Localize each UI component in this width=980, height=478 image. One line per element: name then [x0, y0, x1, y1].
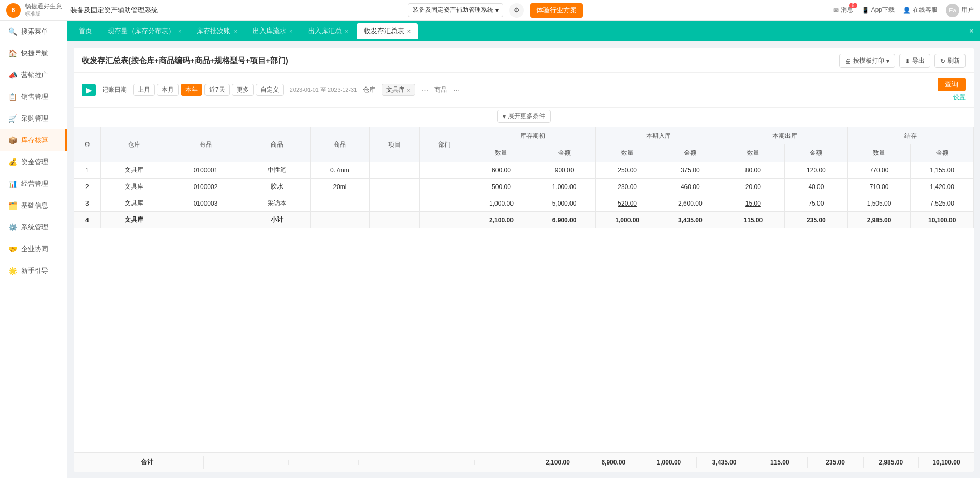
app-download-button[interactable]: 📱 App下载	[861, 6, 895, 15]
sidebar-item-basic[interactable]: 🗂️ 基础信息	[0, 195, 67, 216]
guide-icon: 🌟	[8, 267, 17, 275]
sidebar-item-operations[interactable]: 📊 经营管理	[0, 173, 67, 195]
tab-stock-dist[interactable]: 现存量（库存分布表） ×	[100, 23, 188, 39]
warehouse-tag-close[interactable]: ×	[407, 87, 410, 93]
row-warehouse: 文具库	[100, 179, 168, 195]
row-out-qty[interactable]: 15.00	[722, 195, 785, 212]
tab-close-icon[interactable]: ×	[345, 28, 348, 34]
row-spec: 20ml	[311, 179, 369, 195]
row-name: 采访本	[243, 195, 311, 212]
date-btn-custom[interactable]: 自定义	[256, 84, 284, 96]
sidebar-item-search[interactable]: 🔍 搜索菜单	[0, 21, 67, 42]
row-out-qty[interactable]: 20.00	[722, 179, 785, 195]
inventory-icon: 📦	[8, 136, 17, 144]
date-btn-7days[interactable]: 近7天	[204, 84, 230, 96]
service-icon: 👤	[903, 7, 911, 14]
data-table: ⚙ 仓库 商品 商品 商品 项目 部门 库存期初 本期入库 本期出库 结存	[74, 127, 974, 228]
sidebar-item-label: 库存核算	[21, 136, 48, 145]
date-range-display: 2023-01-01 至 2023-12-31	[290, 86, 357, 94]
warehouse-more-button[interactable]: ···	[421, 85, 428, 95]
tab-batch[interactable]: 库存批次账 ×	[189, 23, 244, 39]
row-init-amt: 5,000.00	[533, 195, 596, 212]
print-button[interactable]: 🖨 按模板打印 ▾	[839, 54, 895, 68]
refresh-icon: ↻	[940, 57, 945, 65]
sidebar-item-finance[interactable]: 💰 资金管理	[0, 151, 67, 173]
row-init-amt: 900.00	[533, 162, 596, 179]
subtotal-end-amt: 10,100.00	[911, 212, 974, 228]
col-end-qty-header: 数量	[847, 144, 911, 162]
tab-flow[interactable]: 出入库流水 ×	[245, 23, 300, 39]
date-btn-this-year[interactable]: 本年	[181, 84, 202, 96]
sidebar-item-collab[interactable]: 🤝 企业协同	[0, 238, 67, 260]
settings-link[interactable]: 设置	[953, 93, 966, 102]
row-out-qty[interactable]: 80.00	[722, 162, 785, 179]
tab-home[interactable]: 首页	[71, 23, 99, 39]
sidebar-item-guide[interactable]: 🌟 新手引导	[0, 260, 67, 282]
sidebar-item-sales[interactable]: 📋 销售管理	[0, 86, 67, 108]
footer-init-qty: 2,100.00	[530, 457, 586, 468]
sidebar-item-marketing[interactable]: 📣 营销推广	[0, 64, 67, 86]
row-end-qty: 710.00	[847, 179, 911, 195]
close-all-tabs-button[interactable]: ×	[967, 24, 976, 38]
query-button[interactable]: 查询	[938, 78, 966, 91]
footer-init-amt: 6,900.00	[586, 457, 641, 468]
system-name: 装备及固定资产辅助管理系统	[70, 6, 158, 15]
try-industry-button[interactable]: 体验行业方案	[530, 3, 583, 18]
system-selector[interactable]: 装备及固定资产辅助管理系统 ▾	[408, 3, 503, 17]
user-menu-button[interactable]: Ea 用户	[946, 4, 974, 17]
settings-button[interactable]: ⚙	[509, 3, 524, 18]
table-container: ⚙ 仓库 商品 商品 商品 项目 部门 库存期初 本期入库 本期出库 结存	[74, 127, 974, 452]
tab-close-icon[interactable]: ×	[233, 28, 237, 34]
subtotal-init-amt: 6,900.00	[533, 212, 596, 228]
date-btn-last-month[interactable]: 上月	[133, 84, 155, 96]
logo-area: 6 畅捷通好生意 标准版 装备及固定资产辅助管理系统	[6, 3, 158, 18]
subtotal-in-qty[interactable]: 1,000.00	[596, 212, 659, 228]
subtotal-out-qty[interactable]: 115.00	[722, 212, 785, 228]
expand-conditions-button[interactable]: ▾ 展开更多条件	[497, 110, 551, 123]
refresh-button[interactable]: ↻ 刷新	[934, 54, 966, 68]
row-end-amt: 1,155.00	[911, 162, 974, 179]
print-label: 按模板打印	[853, 56, 884, 65]
row-init-qty: 1,000.00	[470, 195, 533, 212]
row-init-qty: 600.00	[470, 162, 533, 179]
row-in-qty[interactable]: 230.00	[596, 179, 659, 195]
row-end-qty: 770.00	[847, 162, 911, 179]
col-spec-header: 商品	[311, 127, 369, 162]
system-selector-text: 装备及固定资产辅助管理系统	[413, 6, 493, 15]
tab-label: 出入库流水	[253, 26, 286, 36]
col-out-header: 本期出库	[722, 127, 847, 145]
tab-close-icon[interactable]: ×	[178, 28, 181, 34]
row-code: 0100001	[168, 162, 243, 179]
filter-toggle-button[interactable]: ▶	[82, 84, 96, 96]
date-btn-more[interactable]: 更多	[232, 84, 254, 96]
date-btn-this-month[interactable]: 本月	[157, 84, 179, 96]
goods-more-button[interactable]: ···	[453, 85, 460, 95]
row-in-qty[interactable]: 520.00	[596, 195, 659, 212]
row-idx: 3	[74, 195, 101, 212]
date-filter-label: 记账日期	[102, 85, 127, 94]
sidebar-item-purchase[interactable]: 🛒 采购管理	[0, 108, 67, 129]
tab-summary[interactable]: 出入库汇总 ×	[301, 23, 355, 39]
col-settings[interactable]: ⚙	[74, 127, 101, 162]
export-button[interactable]: ⬇ 导出	[899, 54, 930, 68]
tab-recv-send[interactable]: 收发存汇总表 ×	[357, 23, 418, 39]
sidebar-item-system[interactable]: ⚙️ 系统管理	[0, 216, 67, 238]
online-service-button[interactable]: 👤 在线客服	[903, 6, 938, 15]
tab-close-icon[interactable]: ×	[407, 28, 411, 34]
app-download-label: App下载	[871, 6, 895, 15]
footer-out-qty: 115.00	[752, 457, 808, 468]
row-out-amt: 120.00	[785, 162, 848, 179]
row-in-amt: 2,600.00	[659, 195, 722, 212]
sidebar-item-inventory[interactable]: 📦 库存核算	[0, 129, 67, 151]
col-end-amt-header: 金额	[911, 144, 974, 162]
sidebar-item-quicknav[interactable]: 🏠 快捷导航	[0, 42, 67, 64]
messages-button[interactable]: ✉ 消息 6	[833, 6, 853, 15]
tab-close-icon[interactable]: ×	[289, 28, 292, 34]
row-in-qty[interactable]: 250.00	[596, 162, 659, 179]
col-in-qty-header: 数量	[596, 144, 659, 162]
footer-code-spacer	[204, 460, 289, 465]
row-spec: 0.7mm	[311, 162, 369, 179]
subtotal-spec	[311, 212, 369, 228]
export-label: 导出	[912, 56, 925, 65]
expand-icon: ▾	[503, 113, 506, 120]
